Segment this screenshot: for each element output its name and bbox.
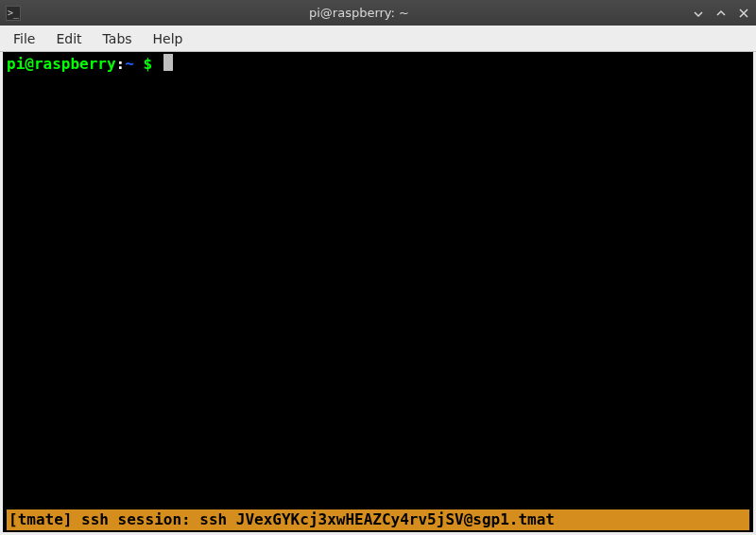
terminal-output: pi@raspberry:~ $ [7, 54, 749, 509]
prompt-userhost: pi@raspberry [7, 55, 116, 73]
prompt-separator: : [116, 55, 126, 73]
menubar: File Edit Tabs Help [0, 26, 756, 52]
terminal-frame: pi@raspberry:~ $ [tmate] ssh session: ss… [0, 52, 756, 535]
window-titlebar: >_ pi@raspberry: ~ [0, 0, 756, 26]
window-controls [692, 7, 750, 20]
window-title: pi@raspberry: ~ [26, 6, 692, 20]
menu-tabs[interactable]: Tabs [94, 28, 142, 49]
close-button[interactable] [737, 7, 750, 20]
prompt-path: ~ [125, 55, 143, 73]
menu-file[interactable]: File [4, 28, 44, 49]
menu-help[interactable]: Help [144, 28, 193, 49]
minimize-button[interactable] [692, 7, 705, 20]
cursor-icon [163, 54, 173, 71]
menu-edit[interactable]: Edit [46, 28, 91, 49]
terminal[interactable]: pi@raspberry:~ $ [tmate] ssh session: ss… [3, 52, 753, 532]
tmate-status-bar: [tmate] ssh session: ssh JVexGYKcj3xwHEA… [7, 509, 749, 530]
terminal-icon: >_ [6, 6, 21, 21]
maximize-button[interactable] [714, 7, 728, 20]
prompt-dollar: $ [144, 55, 162, 73]
